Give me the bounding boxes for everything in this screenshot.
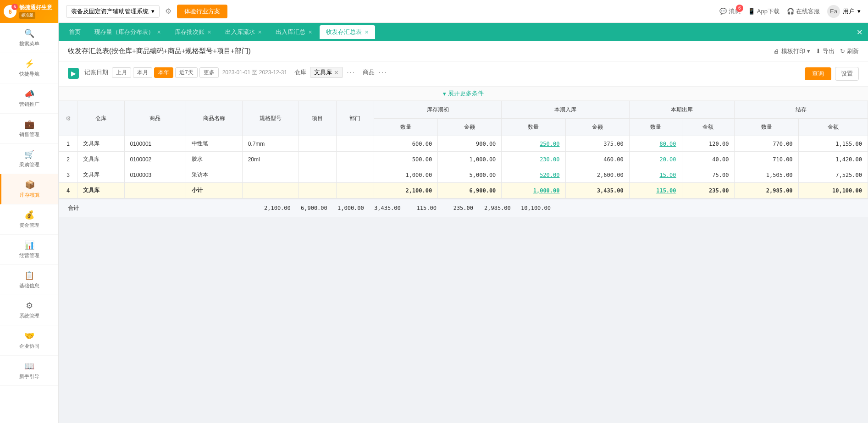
- cell-item: [299, 167, 336, 183]
- date-btn-prev-month[interactable]: 上月: [112, 67, 131, 78]
- sidebar-item-purchase[interactable]: 🛒 采购管理: [0, 144, 58, 174]
- app-download-action[interactable]: 📱 App下载: [748, 7, 780, 16]
- refresh-button[interactable]: ↻ 刷新: [840, 47, 859, 55]
- cell-warehouse: 文具库: [77, 183, 125, 198]
- cell-dept: [336, 152, 374, 167]
- tab-home[interactable]: 首页: [62, 25, 87, 39]
- system-selector[interactable]: 装备及固定资产辅助管理系统 ▾: [66, 5, 160, 18]
- filter-fields: 记账日期 上月 本月 本年 近7天 更多 2023-01-01 至 2023-1…: [84, 67, 799, 78]
- expand-more-button[interactable]: ▾ 展开更多条件: [443, 89, 484, 98]
- close-all-tabs[interactable]: ✕: [855, 26, 864, 38]
- expand-more-label: 展开更多条件: [448, 89, 484, 98]
- goods-label: 商品: [363, 68, 375, 77]
- table-row: 4文具库小计2,100.006,900.001,000.003,435.0011…: [59, 183, 868, 198]
- phone-icon: 📱: [748, 8, 755, 15]
- cell-out-qty[interactable]: 80.00: [629, 136, 682, 152]
- sidebar-item-sales[interactable]: 💼 销售管理: [0, 114, 58, 144]
- th-out-qty: 数量: [629, 119, 682, 136]
- tab-summary-label: 出入库汇总: [276, 28, 305, 36]
- tab-batch[interactable]: 库存批次账 ✕: [168, 25, 218, 39]
- page-title: 收发存汇总表(按仓库+商品编码+商品+规格型号+项目+部门): [68, 47, 251, 55]
- sidebar-item-basic[interactable]: 📋 基础信息: [0, 265, 58, 295]
- filter-toggle-button[interactable]: ▶: [68, 68, 79, 79]
- page-content: 收发存汇总表(按仓库+商品编码+商品+规格型号+项目+部门) 🖨 模板打印 ▾ …: [59, 41, 868, 423]
- th-settings: ⚙: [59, 101, 77, 136]
- sidebar-item-quick[interactable]: ⚡ 快捷导航: [0, 53, 58, 83]
- date-btn-this-month[interactable]: 本月: [133, 67, 152, 78]
- cell-in-qty[interactable]: 1,000.00: [502, 183, 565, 198]
- sidebar-label-marketing: 营销推广: [19, 101, 39, 108]
- sidebar-item-system[interactable]: ⚙ 系统管理: [0, 295, 58, 325]
- sidebar-label-inventory: 库存核算: [20, 192, 40, 198]
- cell-in-qty[interactable]: 520.00: [502, 167, 565, 183]
- tab-batch-label: 库存批次账: [175, 28, 205, 36]
- cell-code: 0100003: [124, 167, 186, 183]
- date-btn-more[interactable]: 更多: [199, 67, 219, 78]
- cell-out-qty[interactable]: 15.00: [629, 167, 682, 183]
- message-action[interactable]: 💬 消息 6: [719, 7, 741, 16]
- th-group-in: 本期入库: [502, 101, 629, 119]
- cell-in-amt: 375.00: [565, 136, 629, 152]
- cell-opening-amt: 6,900.00: [438, 183, 502, 198]
- sidebar-item-marketing[interactable]: 📣 营销推广: [0, 83, 58, 114]
- cell-out-qty[interactable]: 115.00: [629, 183, 682, 198]
- try-btn[interactable]: 体验行业方案: [177, 5, 227, 18]
- gear-settings-icon[interactable]: ⚙: [165, 7, 171, 16]
- cell-opening-amt: 900.00: [438, 136, 502, 152]
- sidebar-item-inventory[interactable]: 📦 库存核算: [0, 174, 58, 204]
- cell-in-qty[interactable]: 230.00: [502, 152, 565, 167]
- tab-home-label: 首页: [69, 28, 81, 36]
- sidebar-item-guide[interactable]: 📖 新手引导: [0, 356, 58, 386]
- date-btn-7days[interactable]: 近7天: [175, 67, 198, 78]
- cell-closing-amt: 10,100.00: [798, 183, 868, 198]
- cell-code: 0100001: [124, 136, 186, 152]
- printer-icon: 🖨: [774, 48, 780, 55]
- sales-icon: 💼: [24, 119, 34, 129]
- settings-button[interactable]: 设置: [835, 67, 859, 81]
- cell-spec: 20ml: [242, 152, 299, 167]
- table-settings-icon[interactable]: ⚙: [66, 115, 71, 122]
- cell-in-qty[interactable]: 250.00: [502, 136, 565, 152]
- th-in-qty: 数量: [502, 119, 565, 136]
- th-group-out: 本期出库: [629, 101, 735, 119]
- tab-current-stock[interactable]: 现存量（库存分布表） ✕: [88, 25, 167, 39]
- tab-summary-close[interactable]: ✕: [308, 29, 312, 35]
- th-opening-amt: 金额: [438, 119, 502, 136]
- online-service-action[interactable]: 🎧 在线客服: [787, 7, 820, 16]
- th-group-opening: 库存期初: [374, 101, 502, 119]
- footer-out-qty: 115.00: [405, 203, 442, 213]
- tab-flow[interactable]: 出入库流水 ✕: [219, 25, 268, 39]
- topbar-actions: 💬 消息 6 📱 App下载 🎧 在线客服 Ea 用户 ▾: [719, 5, 861, 18]
- cell-opening-amt: 5,000.00: [438, 167, 502, 183]
- tab-receipt-summary-close[interactable]: ✕: [365, 29, 369, 35]
- tab-summary[interactable]: 出入库汇总 ✕: [269, 25, 319, 39]
- cell-closing-qty: 2,985.00: [735, 183, 798, 198]
- template-print-button[interactable]: 🖨 模板打印 ▾: [774, 47, 810, 55]
- sidebar-label-cooperation: 企业协同: [19, 343, 39, 350]
- sidebar-item-operation[interactable]: 📊 经营管理: [0, 235, 58, 265]
- query-button[interactable]: 查询: [805, 67, 831, 80]
- warehouse-dots[interactable]: ···: [347, 68, 355, 77]
- tab-current-stock-close[interactable]: ✕: [157, 29, 161, 35]
- sidebar-item-cooperation[interactable]: 🤝 企业协同: [0, 325, 58, 356]
- export-button[interactable]: ⬇ 导出: [816, 47, 835, 55]
- sidebar-version: 标准版: [19, 12, 35, 19]
- footer-out-amt: 235.00: [442, 203, 479, 213]
- tabbar: 首页 现存量（库存分布表） ✕ 库存批次账 ✕ 出入库流水 ✕ 出入库汇总 ✕ …: [59, 23, 868, 41]
- cell-item: [299, 183, 336, 198]
- tab-receipt-summary[interactable]: 收发存汇总表 ✕: [320, 25, 375, 39]
- sidebar-item-finance[interactable]: 💰 资金管理: [0, 204, 58, 235]
- date-btn-this-year[interactable]: 本年: [154, 67, 173, 78]
- warehouse-tag-close[interactable]: ✕: [334, 69, 339, 76]
- cell-closing-amt: 7,525.00: [798, 167, 868, 183]
- inventory-icon: 📦: [25, 180, 35, 190]
- sidebar-item-search[interactable]: 🔍 搜索菜单: [0, 23, 58, 53]
- tab-batch-close[interactable]: ✕: [207, 29, 211, 35]
- goods-dots[interactable]: ···: [378, 68, 387, 77]
- user-menu[interactable]: Ea 用户 ▾: [827, 5, 861, 18]
- sidebar-label-operation: 经营管理: [19, 252, 39, 259]
- cooperation-icon: 🤝: [24, 331, 34, 341]
- cell-out-qty[interactable]: 20.00: [629, 152, 682, 167]
- tab-flow-close[interactable]: ✕: [258, 29, 262, 35]
- th-item: 项目: [299, 101, 336, 136]
